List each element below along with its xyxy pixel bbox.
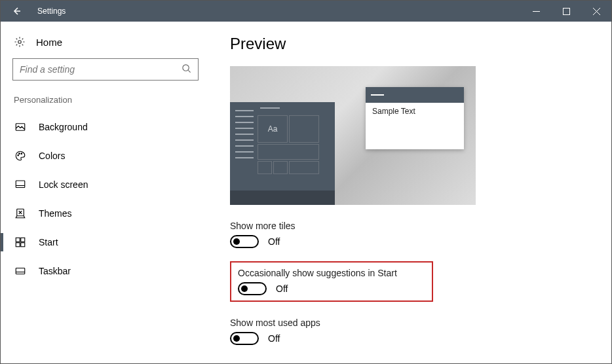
- svg-point-4: [18, 155, 19, 156]
- gear-icon: [14, 36, 26, 48]
- start-icon: [14, 236, 27, 249]
- svg-rect-7: [16, 181, 25, 188]
- palette-icon: [14, 149, 27, 162]
- search-input-container[interactable]: [12, 58, 199, 81]
- setting-label: Show more tiles: [230, 221, 592, 231]
- toggle-show-more-tiles[interactable]: [230, 235, 259, 248]
- toggle-suggestions[interactable]: [238, 282, 267, 295]
- section-label: Personalization: [12, 92, 199, 113]
- svg-rect-10: [21, 238, 25, 242]
- setting-most-used-apps: Show most used apps Off: [230, 314, 592, 349]
- page-title: Preview: [230, 35, 592, 53]
- preview-sample-window: Sample Text: [366, 87, 464, 149]
- sidebar-item-taskbar[interactable]: Taskbar: [1, 257, 210, 285]
- taskbar-icon: [14, 264, 27, 278]
- preview-tile-aa: Aa: [258, 115, 288, 143]
- window-title: Settings: [32, 7, 66, 16]
- svg-point-1: [18, 41, 22, 44]
- themes-icon: [14, 207, 27, 220]
- sidebar-item-themes[interactable]: Themes: [1, 199, 210, 228]
- svg-rect-12: [21, 243, 25, 247]
- close-button[interactable]: [581, 1, 611, 22]
- svg-point-6: [21, 153, 22, 155]
- search-input[interactable]: [20, 64, 182, 75]
- maximize-icon: [563, 8, 570, 15]
- maximize-button[interactable]: [551, 1, 581, 22]
- sidebar-item-label: Themes: [39, 208, 72, 219]
- home-link[interactable]: Home: [12, 33, 199, 58]
- setting-suggestions-highlighted: Occasionally show suggestions in Start O…: [230, 261, 433, 302]
- home-label: Home: [36, 37, 62, 48]
- setting-label: Show most used apps: [230, 318, 592, 328]
- search-icon: [182, 64, 191, 75]
- back-button[interactable]: [1, 1, 32, 22]
- svg-rect-0: [563, 8, 569, 14]
- toggle-most-used-apps[interactable]: [230, 332, 259, 345]
- svg-rect-13: [16, 268, 25, 274]
- svg-point-5: [19, 153, 20, 155]
- lockscreen-icon: [14, 178, 27, 191]
- start-preview: Aa Sample Text: [230, 66, 476, 205]
- close-icon: [593, 8, 600, 15]
- setting-show-more-tiles: Show more tiles Off: [230, 217, 592, 252]
- setting-label: Occasionally show suggestions in Start: [238, 268, 425, 278]
- preview-tiles: Aa: [258, 107, 330, 185]
- sidebar-item-label: Start: [39, 237, 58, 247]
- sidebar-item-start[interactable]: Start: [1, 228, 210, 257]
- preview-sample-text: Sample Text: [366, 103, 464, 120]
- minimize-button[interactable]: [521, 1, 551, 22]
- svg-point-2: [183, 65, 189, 71]
- sidebar-item-colors[interactable]: Colors: [1, 141, 210, 170]
- picture-icon: [14, 120, 27, 134]
- toggle-state: Off: [268, 333, 280, 344]
- preview-menu-lines: [235, 107, 254, 185]
- sidebar-item-lockscreen[interactable]: Lock screen: [1, 170, 210, 199]
- toggle-state: Off: [276, 283, 288, 294]
- sidebar-item-background[interactable]: Background: [1, 113, 210, 141]
- minimize-icon: [533, 8, 540, 15]
- sidebar-item-label: Colors: [39, 151, 65, 161]
- preview-start-menu: Aa: [230, 102, 335, 191]
- toggle-state: Off: [268, 236, 280, 247]
- sidebar-item-label: Lock screen: [39, 179, 88, 190]
- sidebar-item-label: Taskbar: [39, 266, 71, 276]
- back-arrow-icon: [11, 6, 22, 16]
- svg-rect-11: [16, 243, 20, 247]
- svg-rect-9: [16, 238, 20, 242]
- preview-taskbar: [230, 191, 335, 205]
- sidebar-item-label: Background: [39, 122, 88, 132]
